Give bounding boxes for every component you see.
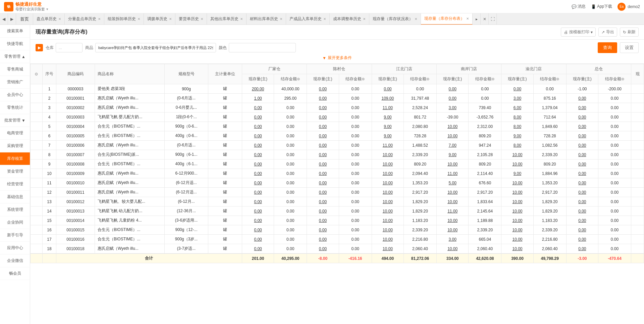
- th-nanan-amt: 结存金额⊙: [469, 74, 501, 84]
- table-row: 1100100010惠氏启赋（Wyeth illu...(6-12月适...罐0…: [31, 178, 644, 188]
- th-spec: 规格型号: [164, 64, 208, 84]
- th-code: 商品编码: [56, 64, 95, 84]
- th-total-qty: 现存量(主): [566, 74, 598, 84]
- close-icon[interactable]: ✕: [138, 17, 140, 21]
- tab-other-out[interactable]: 其他出库单历史 ✕: [207, 13, 247, 25]
- tab-transfer[interactable]: 调拨单历史 ✕: [144, 13, 175, 25]
- sidebar-item-app[interactable]: 应用中心: [0, 242, 30, 254]
- close-icon[interactable]: ✕: [201, 17, 203, 21]
- th-yubeimen: 渝北门店: [501, 64, 566, 74]
- export-btn[interactable]: ↗ 导出: [598, 28, 617, 37]
- tab-material-out[interactable]: 材料出库单历史 ✕: [247, 13, 286, 25]
- color-input[interactable]: [229, 43, 296, 52]
- filter-toggle-btn[interactable]: ▶: [36, 44, 43, 51]
- sidebar-item-search[interactable]: 搜索英单: [0, 25, 30, 38]
- th-yubeimen-qty: 现存量(主): [501, 74, 533, 84]
- page-actions: 🖨 按模板打印 ▾ ↗ 导出 ↻ 刷新: [561, 28, 639, 37]
- logo-subtitle: 母婴行业演示陈套 ▾: [15, 7, 48, 11]
- tab-home[interactable]: 首页: [16, 13, 33, 25]
- table-row: 200100001惠氏启赋（Wyeth illu...(0-6月适...罐1.0…: [31, 94, 644, 103]
- settings-btn[interactable]: 设置: [620, 42, 639, 53]
- tab-group-disassembly[interactable]: 组装拆卸单历史 ✕: [104, 13, 144, 25]
- print-btn[interactable]: 🖨 按模板打印 ▾: [561, 28, 596, 37]
- user-area[interactable]: Ea demo2: [618, 3, 640, 11]
- main-layout: 搜索英单 快捷导航 零售管理 ▲ 零售商城 营销推广 会员中心 零售统计 批发管…: [0, 25, 644, 324]
- tab-expand-btn[interactable]: ▸: [473, 13, 481, 25]
- tab-product-in[interactable]: 产成品入库单历史 ✕: [286, 13, 330, 25]
- sidebar-item-retail-stats[interactable]: 零售统计: [0, 101, 30, 114]
- table-row: 500100004合生元（BIOSTIME）...900g（0-6...罐0.0…: [31, 122, 644, 131]
- table-row: 10000003爱他美 虑菜3段900g罐200.0040,000.000.00…: [31, 84, 644, 94]
- tab-purchase[interactable]: 要货单历史 ✕: [175, 13, 207, 25]
- sidebar-item-ecommerce[interactable]: 电商管理: [0, 127, 30, 140]
- sidebar-item-wholesale[interactable]: 批发管理 ▼: [0, 114, 30, 127]
- close-icon[interactable]: ✕: [466, 17, 469, 20]
- close-icon[interactable]: ✕: [415, 17, 417, 21]
- th-yubeimen-amt: 结存金额⊙: [533, 74, 566, 84]
- th-linshi: 陈村仓: [307, 64, 372, 74]
- tab-fullscreen-btn[interactable]: ⛶: [489, 13, 497, 25]
- sidebar-item-retail-shop[interactable]: 零售商城: [0, 63, 30, 76]
- tab-stock-status[interactable]: 现存量（库存状况表） ✕: [369, 13, 421, 25]
- sidebar-item-quick-nav[interactable]: 快捷导航: [0, 38, 30, 50]
- refresh-btn[interactable]: ↻ 刷新: [620, 28, 639, 37]
- close-icon[interactable]: ✕: [363, 17, 366, 21]
- sidebar-item-collab[interactable]: 企业协同: [0, 216, 30, 229]
- table-row: 1600100015合生元（BIOSTIME）...900g（12-...罐0.…: [31, 225, 644, 235]
- sidebar-item-marketing[interactable]: 营销推广: [0, 76, 30, 89]
- sidebar-item-member[interactable]: 会员中心: [0, 89, 30, 101]
- tab-close-btn[interactable]: ✕: [481, 13, 489, 25]
- expand-row: ▼ 展开更多条件: [36, 55, 639, 61]
- settings-icon[interactable]: ⚙: [35, 72, 38, 77]
- export-icon: ↗: [601, 30, 605, 35]
- sidebar-item-operations[interactable]: 经营管理: [0, 178, 30, 191]
- sidebar-item-finance[interactable]: 资金管理: [0, 165, 30, 178]
- color-filter: 颜色: [219, 43, 296, 52]
- table-row: 300100002惠氏启赋（Wyeth illu...0-6月婴儿...罐0.0…: [31, 103, 644, 112]
- dropdown-icon: ▾: [591, 30, 593, 35]
- sidebar-item-guide[interactable]: 新手引导: [0, 229, 30, 242]
- query-btn[interactable]: 查询: [598, 42, 617, 53]
- top-bar-right: 💬 消息 📱 App下载 Ea demo2: [572, 3, 640, 11]
- sidebar-item-vip[interactable]: 畅会员: [0, 267, 30, 280]
- sidebar-item-wechat[interactable]: 企业微信: [0, 254, 30, 267]
- warehouse-input[interactable]: [56, 43, 83, 52]
- sidebar-item-purchase[interactable]: 采购管理: [0, 140, 30, 152]
- message-btn[interactable]: 💬 消息: [572, 4, 586, 9]
- tab-inventory-single[interactable]: 盘点单历史 ✕: [33, 13, 65, 25]
- app-download-btn[interactable]: 📱 App下载: [591, 4, 612, 9]
- tab-next-btn[interactable]: ▶: [8, 13, 16, 25]
- th-settings[interactable]: ⚙: [31, 64, 43, 84]
- expand-conditions-btn[interactable]: ▼ 展开更多条件: [318, 55, 356, 61]
- sidebar-item-stock[interactable]: 库存核算: [0, 152, 30, 165]
- close-icon[interactable]: ✕: [98, 17, 101, 21]
- dropdown-icon[interactable]: ▾: [46, 7, 48, 11]
- close-icon[interactable]: ✕: [240, 17, 243, 21]
- tab-prev-btn[interactable]: ◀: [0, 13, 8, 25]
- close-icon[interactable]: ✕: [323, 17, 326, 21]
- tab-stock-dist[interactable]: 现存量（库存分布表） ✕: [421, 13, 473, 25]
- page-header: 现存量查询(库存分布) 🖨 按模板打印 ▾ ↗ 导出 ↻ 刷新: [30, 25, 644, 40]
- product-input[interactable]: [95, 43, 216, 52]
- table-row: 700100006惠氏启赋（Wyeth illu...(0-6月适...罐0.0…: [31, 141, 644, 150]
- table-row: 1700100016合生元（BIOSTIME）...900g（3岁...罐0.0…: [31, 235, 644, 244]
- logo-text: 畅捷通好生意: [15, 2, 48, 7]
- th-linshi-amt: 结存金额⊙: [339, 74, 372, 84]
- printer-icon: 🖨: [564, 30, 568, 35]
- sidebar-item-system[interactable]: 系统管理: [0, 203, 30, 216]
- logo-icon: 畅: [4, 2, 13, 11]
- sidebar-item-basic[interactable]: 基础信息: [0, 191, 30, 203]
- table-row: 900100008合生元（BIOSTIME）...400g（6-1...罐0.0…: [31, 159, 644, 169]
- arrow-icon: ▼: [21, 118, 25, 123]
- sidebar-item-retail-mgmt[interactable]: 零售管理 ▲: [0, 50, 30, 63]
- close-icon[interactable]: ✕: [58, 17, 61, 21]
- th-nanan: 南岸门店: [436, 64, 501, 74]
- th-unit: 主计量单位: [208, 64, 242, 84]
- tab-branch-inventory[interactable]: 分量盘点单历史 ✕: [65, 13, 104, 25]
- table-row: 1200100011惠氏启赋（Wyeth illu...(6-12月适...罐0…: [31, 188, 644, 197]
- tab-cost-adjust[interactable]: 成本调整单历史 ✕: [330, 13, 369, 25]
- close-icon[interactable]: ✕: [280, 17, 282, 21]
- product-filter: 商品: [85, 43, 216, 52]
- close-icon[interactable]: ✕: [169, 17, 172, 21]
- th-factory-amt: 结存金额⊙: [274, 74, 307, 84]
